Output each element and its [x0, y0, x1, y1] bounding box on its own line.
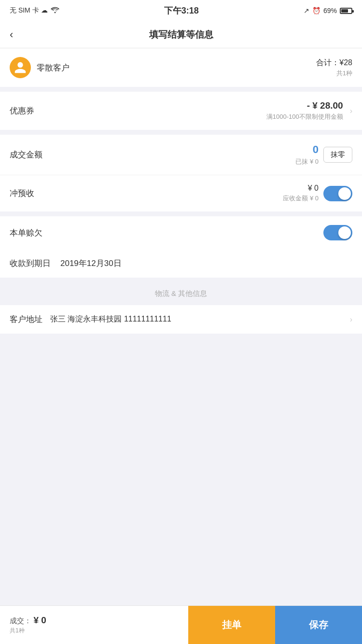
debt-section: 本单赊欠 收款到期日 2019年12月30日	[0, 216, 362, 278]
page-title: 填写结算等信息	[149, 28, 213, 41]
address-label: 客户地址	[10, 314, 42, 325]
address-value: 张三 海淀永丰科技园 11111111111	[50, 314, 348, 324]
debt-label: 本单赊欠	[10, 227, 42, 238]
battery-percent: 69%	[323, 7, 337, 14]
status-right: ↗ ⏰ 69%	[304, 7, 352, 14]
bottom-left: 成交： ¥ 0 共1种	[0, 615, 188, 635]
debt-toggle[interactable]	[323, 225, 352, 240]
nav-bar: ‹ 填写结算等信息	[0, 21, 362, 48]
prepay-toggle[interactable]	[323, 186, 352, 201]
status-time: 下午3:18	[164, 5, 199, 16]
due-date-row: 收款到期日 2019年12月30日	[0, 249, 362, 278]
alarm-icon: ⏰	[312, 7, 320, 14]
content: 零散客户 合计：¥28 共1种 优惠券 - ¥ 28.00 满1000-100不…	[0, 48, 362, 382]
coupon-sub: 满1000-100不限制使用金额	[266, 112, 343, 121]
save-button[interactable]: 保存	[275, 606, 362, 644]
wifi-icon	[51, 7, 59, 15]
avatar	[10, 57, 31, 78]
customer-row: 零散客户 合计：¥28 共1种	[0, 48, 362, 87]
due-date-value[interactable]: 2019年12月30日	[60, 258, 122, 269]
coupon-right: - ¥ 28.00 满1000-100不限制使用金额 ›	[266, 100, 352, 121]
prepay-value: ¥ 0	[283, 184, 319, 193]
transaction-label: 成交金额	[10, 149, 42, 160]
bottom-amount: ¥ 0	[33, 615, 46, 625]
transaction-section: 成交金额 0 已抹 ¥ 0 抹零 冲预收 ¥ 0 应收金额 ¥ 0	[0, 135, 362, 211]
transaction-value[interactable]: 0	[313, 143, 319, 155]
customer-left: 零散客户	[10, 57, 70, 78]
debt-right	[323, 225, 352, 240]
coupon-row[interactable]: 优惠券 - ¥ 28.00 满1000-100不限制使用金额 ›	[0, 92, 362, 130]
prepay-row: 冲预收 ¥ 0 应收金额 ¥ 0	[0, 175, 362, 211]
bottom-bar: 成交： ¥ 0 共1种 挂单 保存	[0, 605, 362, 644]
toggle-knob	[338, 187, 351, 200]
debt-toggle-knob	[338, 226, 351, 239]
prepay-label: 冲预收	[10, 188, 34, 199]
location-icon: ↗	[304, 7, 309, 14]
total-count: 共1种	[316, 69, 352, 78]
back-button[interactable]: ‹	[6, 25, 17, 45]
prepay-right: ¥ 0 应收金额 ¥ 0	[283, 184, 352, 203]
battery-icon	[340, 8, 352, 14]
coupon-label: 优惠券	[10, 105, 34, 116]
transaction-row: 成交金额 0 已抹 ¥ 0 抹零	[0, 135, 362, 175]
transaction-sub: 已抹 ¥ 0	[295, 157, 319, 166]
prepay-sub: 应收金额 ¥ 0	[283, 194, 319, 203]
address-section: 客户地址 张三 海淀永丰科技园 11111111111 ›	[0, 305, 362, 334]
address-row[interactable]: 客户地址 张三 海淀永丰科技园 11111111111 ›	[0, 305, 362, 334]
coupon-value: - ¥ 28.00	[266, 100, 343, 111]
bottom-count: 共1种	[10, 627, 179, 635]
due-date-label: 收款到期日	[10, 258, 51, 269]
round-button[interactable]: 抹零	[323, 147, 352, 163]
chevron-icon: ›	[350, 107, 352, 115]
pending-button[interactable]: 挂单	[188, 606, 275, 644]
no-sim-text: 无 SIM 卡 ☁	[10, 6, 48, 15]
debt-row: 本单赊欠	[0, 216, 362, 249]
logistics-section-label: 物流 & 其他信息	[0, 282, 362, 305]
transaction-right: 0 已抹 ¥ 0 抹零	[295, 143, 352, 166]
status-bar: 无 SIM 卡 ☁ 下午3:18 ↗ ⏰ 69%	[0, 0, 362, 21]
coupon-section: 优惠券 - ¥ 28.00 满1000-100不限制使用金额 ›	[0, 92, 362, 130]
customer-name: 零散客户	[37, 62, 70, 73]
address-chevron-icon: ›	[350, 315, 352, 324]
status-left: 无 SIM 卡 ☁	[10, 6, 59, 15]
customer-summary: 合计：¥28 共1种	[316, 58, 352, 78]
bottom-label: 成交：	[10, 616, 31, 625]
total-amount: 合计：¥28	[316, 58, 352, 68]
